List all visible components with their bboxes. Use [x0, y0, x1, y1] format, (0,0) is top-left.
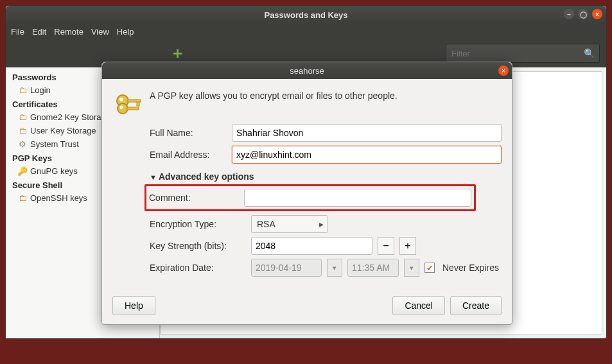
menu-edit[interactable]: Edit [32, 27, 46, 37]
menu-file[interactable]: File [11, 27, 24, 37]
menu-remote[interactable]: Remote [54, 27, 83, 37]
svg-point-1 [119, 98, 123, 101]
comment-highlight: Comment: [144, 184, 476, 211]
intro-text: A PGP key allows you to encrypt email or… [150, 88, 398, 101]
comment-row: Comment: [149, 189, 471, 207]
encryption-type-row: Encryption Type: RSA [150, 215, 502, 233]
key-strength-row: Key Strength (bits): − + [150, 237, 502, 255]
email-input[interactable] [232, 146, 502, 164]
cancel-button[interactable]: Cancel [392, 296, 445, 315]
key-strength-label: Key Strength (bits): [150, 241, 246, 251]
close-button[interactable]: × [592, 9, 602, 19]
email-row: Email Address: [150, 146, 502, 164]
full-name-row: Full Name: [150, 124, 502, 142]
key-strength-input[interactable] [251, 237, 372, 255]
menubar: File Edit Remote View Help [6, 24, 606, 39]
advanced-section: Comment: Encryption Type: RSA Key Streng… [112, 184, 502, 277]
comment-input[interactable] [244, 189, 471, 207]
encryption-type-select[interactable]: RSA [251, 215, 328, 233]
svg-rect-6 [127, 107, 139, 110]
new-pgp-key-dialog: seahorse × A PGP key allows you to encry… [101, 62, 512, 325]
folder-icon: 🗀 [17, 85, 28, 95]
strength-decrement-button[interactable]: − [378, 237, 394, 255]
encryption-type-label: Encryption Type: [150, 219, 246, 229]
dialog-title: seahorse [290, 66, 324, 76]
svg-rect-3 [137, 102, 139, 106]
pgp-key-icon [112, 88, 143, 119]
folder-icon: 🗀 [17, 193, 28, 203]
key-icon: 🔑 [17, 166, 28, 176]
comment-label: Comment: [149, 193, 239, 203]
search-icon: 🔍 [584, 48, 595, 58]
dialog-close-button[interactable]: × [498, 65, 509, 76]
add-icon[interactable]: + [173, 44, 182, 64]
dialog-body: A PGP key allows you to encrypt email or… [102, 79, 512, 290]
expiration-row: Expiration Date: ▾ ▾ ✔ Never Expires [150, 259, 502, 277]
menu-help[interactable]: Help [117, 27, 134, 37]
expiration-label: Expiration Date: [150, 263, 246, 273]
folder-icon: 🗀 [17, 112, 28, 122]
svg-rect-2 [128, 100, 141, 102]
email-label: Email Address: [150, 150, 227, 160]
full-name-input[interactable] [232, 124, 502, 142]
filter-input[interactable] [446, 44, 600, 63]
strength-increment-button[interactable]: + [399, 237, 416, 255]
date-dropdown-button: ▾ [327, 259, 342, 277]
svg-point-4 [118, 103, 128, 114]
minimize-button[interactable]: – [564, 9, 574, 19]
svg-point-5 [120, 106, 123, 109]
time-dropdown-button: ▾ [404, 259, 419, 277]
advanced-toggle[interactable]: Advanced key options [150, 171, 502, 182]
dialog-titlebar: seahorse × [102, 62, 512, 79]
window-title: Passwords and Keys [264, 10, 347, 20]
folder-icon: 🗀 [17, 126, 28, 135]
maximize-button[interactable]: ◯ [578, 9, 588, 19]
expiration-time-input [347, 259, 399, 277]
main-titlebar: Passwords and Keys – ◯ × [6, 6, 606, 24]
menu-view[interactable]: View [91, 27, 109, 37]
expiration-date-input [251, 259, 322, 277]
intro-row: A PGP key allows you to encrypt email or… [112, 88, 502, 119]
gear-icon: ⚙ [17, 139, 28, 149]
help-button[interactable]: Help [112, 296, 155, 315]
window-controls: – ◯ × [564, 9, 602, 19]
never-expires-label: Never Expires [442, 263, 499, 273]
never-expires-checkbox[interactable]: ✔ [424, 263, 435, 273]
dialog-actions: Help Cancel Create [102, 290, 512, 324]
full-name-label: Full Name: [150, 128, 227, 138]
create-button[interactable]: Create [450, 296, 502, 315]
